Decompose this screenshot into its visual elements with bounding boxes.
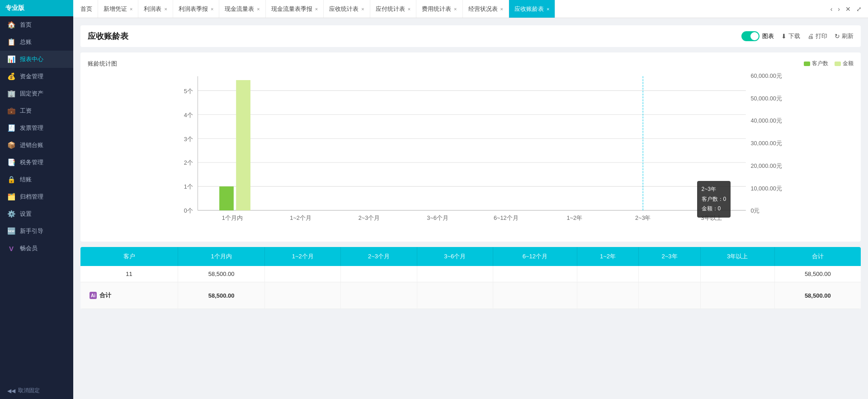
tab-prev-button[interactable]: ‹ — [829, 5, 835, 14]
tab-cashflow-quarter-close[interactable]: × — [315, 0, 318, 18]
tab-profit-quarter-close[interactable]: × — [211, 0, 213, 18]
tab-profit-quarter-label: 利润表季报 — [179, 0, 208, 18]
legend-customers: 客户数 — [804, 60, 828, 67]
col-m2-3: 2~3个月 — [341, 247, 417, 266]
cell-m2-3 — [341, 266, 417, 282]
tab-ar-aging-label: 应收账龄表 — [514, 0, 544, 18]
tab-expand-button[interactable]: ⤢ — [854, 5, 863, 14]
chart-toggle[interactable] — [741, 31, 760, 41]
tab-ap-stat[interactable]: 应付统计表 × — [370, 0, 416, 18]
tab-ap-stat-close[interactable]: × — [408, 0, 410, 18]
tab-profit-close[interactable]: × — [164, 0, 167, 18]
svg-text:30,000.00元: 30,000.00元 — [750, 140, 782, 147]
tab-voucher-label: 新增凭证 — [104, 0, 127, 18]
tab-cashflow-quarter-label: 现金流量表季报 — [271, 0, 312, 18]
svg-text:3年以上: 3年以上 — [701, 215, 722, 221]
sidebar-label-salary: 工资 — [20, 107, 32, 115]
sidebar-item-inventory[interactable]: 📦 进销台账 — [0, 137, 73, 154]
unpin-button[interactable]: ◀◀ 取消固定 — [0, 382, 73, 399]
sidebar-item-report[interactable]: 📊 报表中心 — [0, 51, 73, 68]
print-button[interactable]: 🖨 打印 — [807, 32, 827, 40]
chart-toggle-wrap: 图表 — [741, 31, 774, 41]
tab-cashflow-close[interactable]: × — [257, 0, 259, 18]
sidebar-item-member[interactable]: V 畅会员 — [0, 240, 73, 257]
sidebar-label-close: 结账 — [20, 176, 32, 184]
total-m6-12 — [493, 282, 577, 309]
col-customer: 客户 — [80, 247, 178, 266]
chart-toggle-label: 图表 — [762, 32, 774, 40]
sidebar-label-capital: 资金管理 — [20, 72, 43, 81]
sidebar-label-member: 畅会员 — [20, 244, 38, 252]
sidebar-item-home[interactable]: 🏠 首页 — [0, 16, 73, 33]
sidebar-item-tax[interactable]: 📑 税务管理 — [0, 154, 73, 171]
svg-text:3个: 3个 — [184, 136, 193, 142]
download-label: 下载 — [788, 32, 800, 40]
sidebar-label-fixed: 固定资产 — [20, 90, 43, 98]
refresh-button[interactable]: ↻ 刷新 — [835, 32, 854, 40]
sidebar-item-invoice[interactable]: 🧾 发票管理 — [0, 119, 73, 137]
tab-voucher-close[interactable]: × — [130, 0, 132, 18]
col-m1-2: 1~2个月 — [265, 247, 341, 266]
sidebar-label-archive: 归档管理 — [20, 193, 43, 201]
tab-home[interactable]: 首页 — [75, 0, 98, 18]
ledger-icon: 📋 — [7, 38, 15, 46]
tab-ar-aging-close[interactable]: × — [547, 0, 549, 18]
tab-next-button[interactable]: › — [836, 5, 842, 14]
tab-expense-stat[interactable]: 费用统计表 × — [416, 0, 462, 18]
content-area: 应收账龄表 图表 ⬇ 下载 🖨 打印 ↻ 刷新 — [73, 18, 868, 399]
svg-text:2个: 2个 — [184, 160, 193, 166]
fixed-icon: 🏢 — [7, 90, 15, 98]
svg-text:40,000.00元: 40,000.00元 — [750, 118, 782, 124]
sidebar-item-archive[interactable]: 🗂️ 归档管理 — [0, 188, 73, 205]
tab-ar-aging[interactable]: 应收账龄表 × — [509, 0, 555, 18]
tab-ar-stat[interactable]: 应收统计表 × — [324, 0, 370, 18]
sidebar-label-ledger: 总账 — [20, 38, 32, 46]
cell-y2-3 — [639, 266, 701, 282]
sidebar-label-home: 首页 — [20, 21, 32, 29]
sidebar-label-settings: 设置 — [20, 210, 32, 218]
sidebar-item-guide[interactable]: 🆕 新手引导 — [0, 223, 73, 240]
total-m2-3 — [341, 282, 417, 309]
unpin-label: 取消固定 — [18, 387, 40, 394]
refresh-label: 刷新 — [842, 32, 854, 40]
cell-y1-2 — [577, 266, 639, 282]
member-icon: V — [7, 245, 15, 252]
sidebar-item-salary[interactable]: 💼 工资 — [0, 102, 73, 119]
salary-icon: 💼 — [7, 107, 15, 115]
tab-biz-status-close[interactable]: × — [500, 0, 503, 18]
settings-icon: ⚙️ — [7, 210, 15, 218]
sidebar-item-capital[interactable]: 💰 资金管理 — [0, 68, 73, 85]
cell-m1-2 — [265, 266, 341, 282]
tab-expense-stat-label: 费用统计表 — [422, 0, 451, 18]
tab-home-label: 首页 — [80, 0, 92, 18]
download-icon: ⬇ — [781, 33, 787, 40]
sidebar-item-close[interactable]: 🔒 结账 — [0, 171, 73, 188]
tab-profit[interactable]: 利润表 × — [138, 0, 173, 18]
cell-m3-6 — [417, 266, 493, 282]
sidebar-item-fixed[interactable]: 🏢 固定资产 — [0, 85, 73, 102]
legend-customers-label: 客户数 — [812, 60, 828, 67]
tab-close-all-button[interactable]: ✕ — [844, 5, 853, 14]
tab-biz-status[interactable]: 经营状况表 × — [463, 0, 509, 18]
sidebar-label-inventory: 进销台账 — [20, 141, 43, 149]
download-button[interactable]: ⬇ 下载 — [781, 32, 800, 40]
tab-expense-stat-close[interactable]: × — [454, 0, 457, 18]
cell-m6-12 — [493, 266, 577, 282]
sidebar-item-ledger[interactable]: 📋 总账 — [0, 33, 73, 51]
close-account-icon: 🔒 — [7, 176, 15, 184]
total-m3-6 — [417, 282, 493, 309]
svg-text:1个: 1个 — [184, 184, 193, 190]
report-icon: 📊 — [7, 55, 15, 63]
tab-cashflow[interactable]: 现金流量表 × — [219, 0, 265, 18]
total-row: Ai 合计 58,500.00 58,500.00 — [80, 282, 861, 309]
tab-profit-quarter[interactable]: 利润表季报 × — [173, 0, 219, 18]
col-m6-12: 6~12个月 — [493, 247, 577, 266]
tab-voucher[interactable]: 新增凭证 × — [98, 0, 138, 18]
table-wrap: 客户 1个月内 1~2个月 2~3个月 3~6个月 6~12个月 1~2年 2~… — [80, 247, 861, 309]
tab-cashflow-quarter[interactable]: 现金流量表季报 × — [266, 0, 324, 18]
tax-icon: 📑 — [7, 158, 15, 166]
total-m1-2 — [265, 282, 341, 309]
tab-ar-stat-close[interactable]: × — [361, 0, 364, 18]
sidebar: 专业版 🏠 首页 📋 总账 📊 报表中心 💰 资金管理 🏢 固定资产 💼 工资 … — [0, 0, 73, 399]
sidebar-item-settings[interactable]: ⚙️ 设置 — [0, 205, 73, 223]
